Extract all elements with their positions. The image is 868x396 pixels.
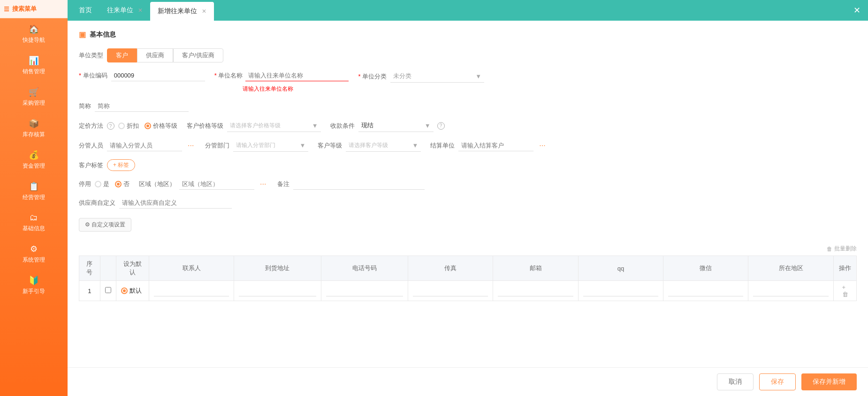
cell-contact[interactable] <box>149 281 234 301</box>
col-check <box>100 256 116 281</box>
sidebar-item-purchase[interactable]: 🛒 采购管理 <box>0 81 68 113</box>
sidebar-item-finance[interactable]: 💰 资金管理 <box>0 144 68 176</box>
customer-level-label: 客户等级 <box>318 141 342 150</box>
default-radio[interactable] <box>121 287 128 294</box>
search-icon: ☰ <box>4 6 9 13</box>
sidebar-item-inventory[interactable]: 📦 库存核算 <box>0 113 68 144</box>
region-table-input[interactable] <box>753 285 829 296</box>
unit-code-label: * 单位编码 <box>79 71 107 80</box>
customer-tag-group: 客户标签 + 标签 <box>79 159 135 171</box>
email-input[interactable] <box>498 285 573 296</box>
unit-type-row: 单位类型 客户 供应商 客户/供应商 <box>79 48 857 62</box>
qq-input[interactable] <box>583 285 658 296</box>
contacts-table: 序号 设为默认 联系人 到货地址 电话号码 传真 邮箱 qq 微信 所在地区 操… <box>79 256 857 301</box>
home-icon: 🏠 <box>29 24 39 34</box>
contact-input[interactable] <box>154 285 229 296</box>
cell-phone[interactable] <box>321 281 408 301</box>
batch-delete-btn[interactable]: 🗑 批量删除 <box>827 245 857 253</box>
unit-type-supplier[interactable]: 供应商 <box>137 48 173 62</box>
custom-settings-btn[interactable]: ⚙ 自定义项设置 <box>79 218 131 232</box>
sidebar-search-label: 搜索菜单 <box>12 5 37 13</box>
row-add-btn[interactable]: + <box>842 284 845 291</box>
sidebar-item-operations[interactable]: 📋 经营管理 <box>0 176 68 207</box>
unit-name-input[interactable] <box>245 70 349 81</box>
unit-type-label: 单位类型 <box>79 51 103 60</box>
pricing-method-price-level[interactable]: 价格等级 <box>145 122 177 130</box>
unit-code-group: * 单位编码 <box>79 70 205 81</box>
sidebar-label-purchase: 采购管理 <box>23 99 45 107</box>
tab-partner[interactable]: 往来单位 ✕ <box>99 0 150 21</box>
row-delete-btn[interactable]: 🗑 <box>842 291 848 298</box>
table-section: 🗑 批量删除 序号 设为默认 联系人 到货地址 电话号码 传真 邮箱 qq <box>79 245 857 301</box>
row-code-name-category: * 单位编码 * 单位名称 请输入往来单位名称 * 单位分类 未分类 ▼ <box>79 70 857 93</box>
cell-wechat[interactable] <box>663 281 748 301</box>
unit-code-input[interactable] <box>111 70 205 81</box>
cell-check[interactable] <box>100 281 116 301</box>
sidebar-item-base-info[interactable]: 🗂 基础信息 <box>0 207 68 238</box>
settlement-unit-input[interactable] <box>458 140 533 151</box>
phone-input[interactable] <box>326 285 403 296</box>
customer-price-level-dropdown[interactable]: 请选择客户价格等级 ▼ <box>227 120 321 132</box>
sidebar-label-inventory: 库存核算 <box>23 131 45 139</box>
abbr-input[interactable] <box>95 101 189 112</box>
main-area: 首页 往来单位 ✕ 新增往来单位 ✕ ✕ ▣ 基本信息 单位类型 客户 供应商 … <box>68 0 868 396</box>
sidebar-item-system[interactable]: ⚙ 系统管理 <box>0 238 68 270</box>
disabled-yes[interactable]: 是 <box>95 180 109 188</box>
disabled-no[interactable]: 否 <box>115 180 129 188</box>
save-button[interactable]: 保存 <box>759 373 796 390</box>
region-more-btn[interactable]: ··· <box>258 180 268 188</box>
department-dropdown[interactable]: 请输入分管部门 ▼ <box>233 140 308 152</box>
sidebar-item-quick-nav[interactable]: 🏠 快捷导航 <box>0 18 68 50</box>
remark-input[interactable] <box>293 179 425 190</box>
add-tag-button[interactable]: + 标签 <box>107 159 135 171</box>
supervisor-more-btn[interactable]: ··· <box>186 141 196 150</box>
col-qq: qq <box>579 256 663 281</box>
sidebar-label-operations: 经营管理 <box>23 194 45 202</box>
row-supervisor: 分管人员 ··· 分管部门 请输入分管部门 ▼ 客户等级 请选择客户等级 ▼ 结… <box>79 140 857 152</box>
region-input[interactable] <box>179 179 254 190</box>
tab-partner-close[interactable]: ✕ <box>138 7 143 14</box>
row-checkbox[interactable] <box>105 287 111 293</box>
payment-terms-dropdown[interactable]: 现结 ▼ <box>358 119 434 132</box>
cell-email[interactable] <box>493 281 579 301</box>
unit-name-error: 请输入往来单位名称 <box>243 85 293 93</box>
remark-group: 备注 <box>277 179 425 190</box>
unit-type-both[interactable]: 客户/供应商 <box>173 48 223 62</box>
cell-fax[interactable] <box>408 281 493 301</box>
sidebar-item-sales[interactable]: 📊 销售管理 <box>0 50 68 81</box>
unit-category-dropdown[interactable]: 未分类 ▼ <box>390 70 484 83</box>
cell-region[interactable] <box>748 281 834 301</box>
supervisor-input[interactable] <box>107 140 182 151</box>
region-label: 区域（地区） <box>139 180 175 188</box>
customer-price-level-label: 客户价格等级 <box>187 122 223 130</box>
fax-input[interactable] <box>413 285 488 296</box>
unit-type-customer[interactable]: 客户 <box>107 48 137 62</box>
sidebar-item-guide[interactable]: 🔰 新手引导 <box>0 270 68 301</box>
customer-level-dropdown[interactable]: 请选择客户等级 ▼ <box>346 140 421 152</box>
supplier-custom-input[interactable] <box>119 197 232 209</box>
tab-home[interactable]: 首页 <box>71 0 99 21</box>
save-new-button[interactable]: 保存并新增 <box>801 373 857 390</box>
settlement-unit-more-btn[interactable]: ··· <box>537 141 547 150</box>
customer-level-placeholder: 请选择客户等级 <box>349 141 388 149</box>
cell-qq[interactable] <box>579 281 663 301</box>
tab-new-partner[interactable]: 新增往来单位 ✕ <box>150 2 214 21</box>
purchase-icon: 🛒 <box>29 87 39 97</box>
pricing-method-tooltip[interactable]: ? <box>107 122 114 130</box>
unit-name-label: * 单位名称 <box>214 71 243 80</box>
sidebar-label-guide: 新手引导 <box>23 287 45 295</box>
wechat-input[interactable] <box>668 285 744 296</box>
unit-name-group: * 单位名称 请输入往来单位名称 <box>214 70 349 93</box>
department-placeholder: 请输入分管部门 <box>236 141 275 149</box>
address-input[interactable] <box>239 285 316 296</box>
cell-address[interactable] <box>234 281 321 301</box>
chevron-down-icon-2: ▼ <box>312 122 318 129</box>
cancel-button[interactable]: 取消 <box>717 373 754 390</box>
tab-bar-close-btn[interactable]: ✕ <box>850 0 864 21</box>
tab-new-partner-close[interactable]: ✕ <box>202 8 206 15</box>
disabled-yes-circle <box>95 181 101 187</box>
default-label: 默认 <box>129 287 142 295</box>
payment-terms-tooltip[interactable]: ? <box>437 122 445 130</box>
sidebar-search[interactable]: ☰ 搜索菜单 <box>0 0 68 18</box>
pricing-method-discount[interactable]: 折扣 <box>118 122 139 130</box>
